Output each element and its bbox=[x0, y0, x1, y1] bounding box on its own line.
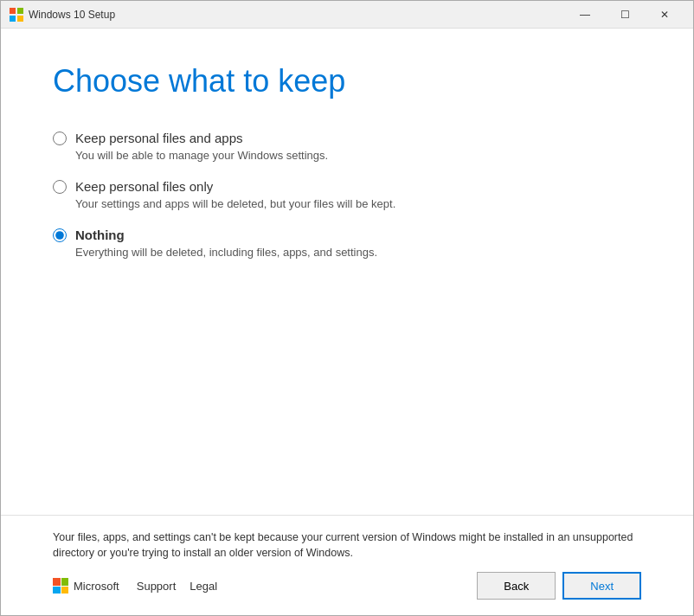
back-button[interactable]: Back bbox=[477, 572, 556, 600]
title-bar: Windows 10 Setup — ☐ ✕ bbox=[1, 1, 693, 29]
ms-sq-green bbox=[61, 578, 69, 586]
ms-logo-grid bbox=[53, 578, 68, 594]
svg-rect-2 bbox=[10, 16, 16, 22]
option-keep-files-description: Your settings and apps will be deleted, … bbox=[53, 197, 641, 210]
window-title: Windows 10 Setup bbox=[29, 9, 565, 21]
option-keep-all-row: Keep personal files and apps bbox=[53, 131, 641, 145]
svg-rect-3 bbox=[17, 16, 23, 22]
option-nothing-description: Everything will be deleted, including fi… bbox=[53, 246, 641, 259]
radio-nothing[interactable] bbox=[53, 228, 67, 242]
option-keep-files-label: Keep personal files only bbox=[75, 179, 213, 194]
support-link[interactable]: Support bbox=[137, 580, 177, 593]
close-button[interactable]: ✕ bbox=[645, 1, 684, 29]
minimize-button[interactable]: — bbox=[565, 1, 605, 29]
window-controls: — ☐ ✕ bbox=[565, 1, 684, 29]
microsoft-logo: Microsoft bbox=[53, 578, 119, 594]
page-title: Choose what to keep bbox=[53, 63, 641, 99]
radio-keep-files[interactable] bbox=[53, 180, 67, 194]
option-nothing-row: Nothing bbox=[53, 228, 641, 242]
footer-bottom: Microsoft Support Legal Back Next bbox=[53, 572, 641, 615]
option-nothing: Nothing Everything will be deleted, incl… bbox=[53, 228, 641, 259]
footer-links: Support Legal bbox=[137, 580, 217, 593]
app-window: Windows 10 Setup — ☐ ✕ Choose what to ke… bbox=[0, 0, 694, 616]
footer-notice: Your files, apps, and settings can't be … bbox=[53, 516, 641, 573]
svg-rect-1 bbox=[17, 8, 23, 14]
microsoft-label: Microsoft bbox=[74, 580, 119, 593]
footer-buttons: Back Next bbox=[477, 572, 641, 600]
svg-rect-0 bbox=[10, 8, 16, 14]
option-keep-files: Keep personal files only Your settings a… bbox=[53, 179, 641, 210]
option-keep-files-row: Keep personal files only bbox=[53, 179, 641, 194]
option-keep-all-description: You will be able to manage your Windows … bbox=[53, 149, 641, 162]
ms-sq-blue bbox=[53, 587, 61, 594]
restore-button[interactable]: ☐ bbox=[605, 1, 645, 29]
options-list: Keep personal files and apps You will be… bbox=[53, 131, 641, 259]
legal-link[interactable]: Legal bbox=[190, 580, 217, 593]
main-content: Choose what to keep Keep personal files … bbox=[1, 29, 693, 515]
option-keep-all-label: Keep personal files and apps bbox=[75, 131, 242, 145]
next-button[interactable]: Next bbox=[562, 572, 641, 600]
ms-sq-yellow bbox=[61, 587, 69, 594]
app-icon bbox=[10, 8, 23, 22]
ms-sq-red bbox=[53, 578, 61, 586]
footer: Your files, apps, and settings can't be … bbox=[1, 515, 693, 616]
option-keep-all: Keep personal files and apps You will be… bbox=[53, 131, 641, 162]
option-nothing-label: Nothing bbox=[75, 228, 125, 242]
radio-keep-all[interactable] bbox=[53, 132, 67, 145]
